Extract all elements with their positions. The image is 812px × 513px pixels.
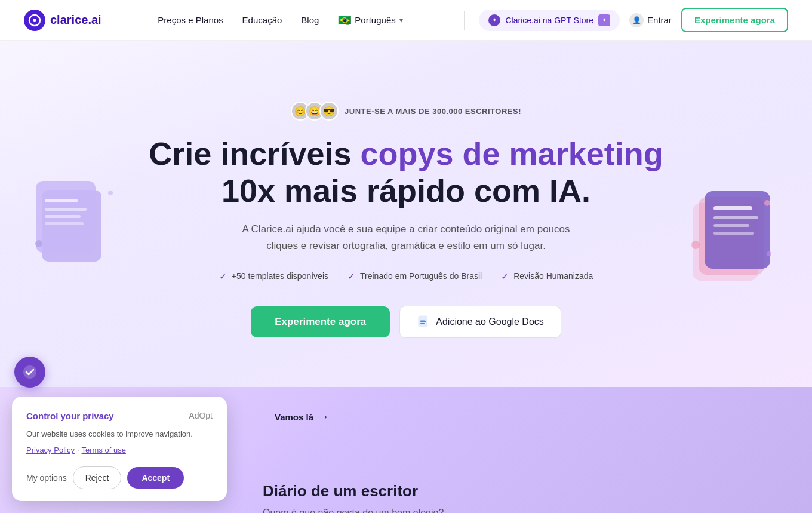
gpt-store-button[interactable]: ✦ Clarice.ai na GPT Store ✦ (479, 10, 620, 31)
svg-rect-8 (45, 222, 84, 225)
svg-rect-22 (420, 320, 425, 321)
gpt-icon-badge: ✦ (598, 14, 610, 26)
hero-feature-label-3: Revisão Humanizada (513, 271, 593, 281)
nav-link-precos[interactable]: Preços e Planos (158, 15, 223, 25)
nav-right: ✦ Clarice.ai na GPT Store ✦ 👤 Entrar Exp… (459, 8, 788, 32)
cookie-links: Privacy Policy · Terms of use (26, 446, 213, 454)
diary-title: Diário de um escritor (263, 482, 444, 500)
language-flag: 🇧🇷 (338, 14, 351, 27)
hero-cta-secondary-label: Adicione ao Google Docs (436, 317, 544, 327)
svg-rect-7 (45, 215, 81, 218)
checkmark-icon (22, 364, 38, 380)
nav-links: Preços e Planos Educação Blog 🇧🇷 Portugu… (158, 14, 402, 27)
hero-decoration-right (681, 185, 776, 281)
my-options-button[interactable]: My options (26, 473, 67, 483)
avatar-3: 😎 (319, 102, 339, 121)
svg-rect-13 (705, 191, 770, 269)
language-label: Português (355, 15, 395, 25)
hero-subtitle: A Clarice.ai ajuda você e sua equipe a c… (227, 221, 585, 253)
cookie-header: Control your privacy AdOpt (26, 411, 213, 421)
hero-features: ✓ +50 templates disponíveis ✓ Treinado e… (219, 271, 593, 282)
svg-rect-5 (45, 199, 78, 202)
hero-cta-secondary[interactable]: Adicione ao Google Docs (399, 306, 561, 338)
check-icon-3: ✓ (501, 271, 509, 282)
nav-link-blog[interactable]: Blog (301, 15, 319, 25)
cookie-title: Control your privacy (26, 411, 114, 421)
hero-feature-1: ✓ +50 templates disponíveis (219, 271, 328, 282)
hero-join-section: 😊 😄 😎 JUNTE-SE A MAIS DE 300.000 ESCRITO… (291, 102, 521, 121)
svg-rect-14 (713, 206, 752, 210)
check-icon-1: ✓ (219, 271, 227, 282)
hero-feature-label-2: Treinado em Português do Brasil (360, 271, 482, 281)
svg-rect-16 (713, 224, 749, 227)
chevron-down-icon: ▾ (399, 16, 403, 24)
diary-subtitle: Quem é que não gosta de um bom elogio? (263, 508, 444, 513)
nav-divider (464, 11, 465, 30)
terms-of-use-link[interactable]: Terms of use (82, 446, 126, 454)
google-docs-icon (417, 315, 430, 328)
accept-button[interactable]: Accept (127, 467, 184, 489)
svg-point-25 (23, 365, 36, 379)
logo[interactable]: clarice.ai (24, 10, 102, 31)
floating-action-button[interactable] (14, 357, 45, 388)
svg-point-9 (35, 240, 42, 247)
svg-point-10 (108, 191, 113, 195)
language-selector[interactable]: 🇧🇷 Português ▾ (338, 14, 402, 27)
vamos-la-button[interactable]: Vamos lá → (275, 411, 329, 423)
gpt-store-icon: ✦ (488, 14, 500, 26)
cookie-adopt[interactable]: AdOpt (189, 411, 213, 420)
cookie-buttons: My options Reject Accept (26, 466, 213, 489)
svg-point-18 (764, 200, 770, 206)
hero-title-suffix: 10x mais rápido com IA. (222, 173, 590, 208)
login-label: Entrar (647, 15, 672, 25)
hero-title-prefix: Crie incríveis (149, 136, 360, 171)
logo-icon (24, 10, 45, 31)
hero-cta-primary[interactable]: Experimente agora (251, 306, 390, 337)
privacy-policy-link[interactable]: Privacy Policy (26, 446, 75, 454)
svg-point-2 (33, 19, 36, 22)
svg-rect-15 (713, 216, 758, 219)
cookie-description: Our website uses cookies to improve navi… (26, 428, 213, 440)
arrow-right-icon: → (318, 411, 329, 423)
gpt-store-label: Clarice.ai na GPT Store (505, 16, 593, 25)
hero-avatars: 😊 😄 😎 (291, 102, 339, 121)
svg-rect-24 (420, 323, 425, 324)
svg-rect-17 (713, 232, 754, 235)
reject-button[interactable]: Reject (73, 466, 122, 489)
nav-cta-button[interactable]: Experimente agora (681, 8, 788, 32)
check-icon-2: ✓ (347, 271, 355, 282)
svg-point-19 (691, 241, 700, 249)
vamos-la-label: Vamos lá (275, 412, 313, 422)
cookie-separator: · (77, 446, 79, 454)
cookie-banner: Control your privacy AdOpt Our website u… (12, 397, 227, 502)
hero-join-text: JUNTE-SE A MAIS DE 300.000 ESCRITORES! (345, 107, 521, 116)
hero-decoration-left (24, 160, 131, 268)
logo-text: clarice.ai (50, 13, 102, 27)
hero-feature-label-1: +50 templates disponíveis (232, 271, 328, 281)
nav-link-educacao[interactable]: Educação (242, 15, 282, 25)
navigation: clarice.ai Preços e Planos Educação Blog… (0, 0, 812, 41)
hero-buttons: Experimente agora Adicione ao Google Doc… (251, 306, 561, 338)
login-button[interactable]: 👤 Entrar (629, 13, 672, 27)
hero-feature-2: ✓ Treinado em Português do Brasil (347, 271, 482, 282)
hero-title: Crie incríveis copys de marketing 10x ma… (149, 135, 663, 209)
svg-rect-6 (45, 208, 87, 211)
hero-feature-3: ✓ Revisão Humanizada (501, 271, 593, 282)
svg-rect-23 (420, 321, 426, 322)
hero-title-highlight: copys de marketing (361, 136, 663, 171)
svg-point-20 (767, 251, 771, 256)
hero-section: 😊 😄 😎 JUNTE-SE A MAIS DE 300.000 ESCRITO… (0, 41, 812, 387)
user-icon: 👤 (629, 13, 644, 27)
